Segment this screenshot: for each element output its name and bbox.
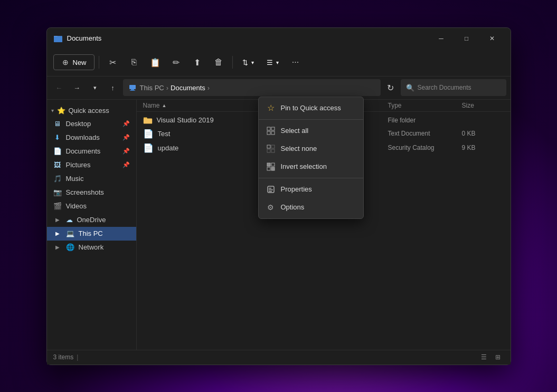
search-placeholder: Search Documents [418, 84, 471, 91]
copy-icon: ⎘ [131, 58, 137, 67]
col-header-type[interactable]: Type [388, 102, 462, 109]
window-controls: ─ □ ✕ [429, 30, 504, 47]
share-button[interactable]: ⬆ [188, 53, 207, 72]
svg-rect-12 [271, 145, 275, 148]
maximize-button[interactable]: □ [455, 30, 479, 47]
sidebar-item-downloads[interactable]: ⬇ Downloads 📌 [47, 131, 136, 145]
sidebar-item-documents[interactable]: 📄 Documents 📌 [47, 145, 136, 158]
rename-icon: ✏ [173, 58, 180, 68]
sidebar-item-thispc-label: This PC [79, 230, 103, 237]
delete-button[interactable]: 🗑 [209, 53, 228, 72]
file-type-update: Security Catalog [388, 144, 462, 151]
music-icon: 🎵 [53, 175, 62, 183]
share-icon: ⬆ [194, 58, 201, 68]
thispc-chevron: ▶ [53, 230, 62, 238]
col-name-label: Name [143, 102, 160, 109]
cut-icon: ✂ [109, 58, 116, 68]
sort-button[interactable]: ⇅ ▾ [237, 55, 259, 70]
sidebar-item-downloads-label: Downloads [66, 133, 100, 141]
svg-rect-20 [269, 188, 271, 189]
more-button[interactable]: ··· [286, 53, 305, 72]
svg-rect-8 [271, 127, 275, 130]
title-bar: Documents ─ □ ✕ [47, 28, 511, 49]
list-view-button[interactable]: ☰ [478, 351, 490, 363]
quick-access-chevron: ▾ [51, 108, 54, 113]
svg-rect-9 [267, 131, 270, 135]
network-icon: 🌐 [66, 243, 74, 251]
sidebar-item-desktop-label: Desktop [66, 120, 91, 128]
col-size-label: Size [462, 102, 474, 109]
menu-item-select-none-label: Select none [281, 145, 317, 152]
sidebar-item-videos[interactable]: 🎬 Videos [47, 199, 136, 213]
invert-icon [266, 162, 276, 171]
breadcrumb-thispc[interactable]: This PC [140, 84, 164, 92]
sidebar-item-network[interactable]: ▶ 🌐 Network [47, 241, 136, 254]
toolbar-sep-2 [232, 56, 233, 69]
status-bar: 3 items | ☰ ⊞ [47, 350, 511, 365]
file-size-test: 0 KB [462, 130, 504, 137]
sidebar-item-videos-label: Videos [66, 202, 87, 210]
desktop-pin-icon: 📌 [122, 120, 130, 127]
refresh-button[interactable]: ↻ [383, 80, 399, 95]
sidebar-item-music[interactable]: 🎵 Music [47, 172, 136, 186]
rename-button[interactable]: ✏ [167, 53, 186, 72]
view-button[interactable]: ☰ ▾ [261, 55, 284, 70]
sidebar-item-desktop[interactable]: 🖥 Desktop 📌 [47, 117, 136, 131]
menu-item-invert[interactable]: Invert selection [259, 158, 363, 176]
sidebar-item-onedrive[interactable]: ▶ ☁ OneDrive [47, 213, 136, 227]
status-separator: | [77, 353, 78, 361]
forward-button[interactable]: → [69, 80, 85, 95]
address-box[interactable]: This PC › Documents › [123, 79, 381, 96]
menu-item-pin[interactable]: ☆ Pin to Quick access [259, 99, 363, 117]
sidebar-item-thispc[interactable]: ▶ 💻 This PC [47, 227, 136, 241]
sidebar-item-screenshots[interactable]: 📷 Screenshots [47, 186, 136, 199]
back-button[interactable]: ← [51, 80, 67, 95]
search-box[interactable]: 🔍 Search Documents [401, 79, 506, 96]
downloads-icon: ⬇ [53, 133, 62, 142]
col-name-sort-icon: ▲ [162, 103, 167, 108]
breadcrumb-documents[interactable]: Documents [171, 84, 205, 92]
file-name-test: Test [158, 130, 171, 138]
menu-item-select-none[interactable]: Select none [259, 140, 363, 158]
grid-view-button[interactable]: ⊞ [492, 351, 504, 363]
sidebar-item-onedrive-label: OneDrive [77, 216, 106, 224]
pictures-icon: 🖼 [53, 161, 62, 169]
new-button[interactable]: ⊕ New [53, 54, 95, 70]
new-label: New [73, 59, 87, 66]
toolbar: ⊕ New ✂ ⎘ 📋 ✏ ⬆ 🗑 ⇅ ▾ ☰ ▾ [47, 49, 511, 77]
sidebar-section-quick-access[interactable]: ▾ ⭐ Quick access [47, 104, 136, 117]
svg-rect-17 [267, 167, 270, 170]
address-bar-row: ← → ▾ ↑ This PC › Documents › ↻ 🔍 Search… [47, 77, 511, 100]
grid-view-icon: ⊞ [495, 353, 501, 361]
sidebar-item-pictures[interactable]: 🖼 Pictures 📌 [47, 158, 136, 172]
copy-button[interactable]: ⎘ [125, 53, 144, 72]
col-header-size[interactable]: Size [462, 102, 504, 109]
svg-rect-7 [267, 127, 270, 130]
menu-item-select-all-label: Select all [281, 127, 309, 135]
minimize-button[interactable]: ─ [429, 30, 454, 47]
up-button[interactable]: ↑ [105, 80, 121, 95]
catalog-icon: 📄 [143, 143, 154, 153]
file-name-vs2019: Visual Studio 2019 [157, 116, 214, 124]
menu-item-select-all[interactable]: Select all [259, 122, 363, 140]
file-name-update: update [158, 144, 179, 152]
paste-button[interactable]: 📋 [146, 53, 165, 72]
onedrive-chevron: ▶ [53, 216, 62, 224]
cut-button[interactable]: ✂ [103, 53, 122, 72]
menu-divider-1 [259, 119, 363, 120]
svg-rect-14 [271, 149, 275, 152]
svg-rect-2 [54, 36, 62, 42]
pictures-pin-icon: 📌 [122, 161, 130, 168]
dropdown-menu: ☆ Pin to Quick access Select all [258, 97, 364, 219]
documents-icon: 📄 [53, 147, 62, 156]
network-chevron: ▶ [53, 243, 62, 252]
recent-button[interactable]: ▾ [87, 80, 103, 95]
file-type-vs2019: File folder [388, 117, 462, 124]
menu-item-properties[interactable]: Properties [259, 180, 363, 198]
menu-item-properties-label: Properties [281, 185, 312, 193]
documents-pin-icon: 📌 [122, 148, 130, 155]
svg-rect-16 [271, 163, 275, 166]
menu-item-options[interactable]: ⚙ Options [259, 198, 363, 216]
close-button[interactable]: ✕ [480, 30, 504, 47]
view-caret: ▾ [276, 60, 279, 65]
